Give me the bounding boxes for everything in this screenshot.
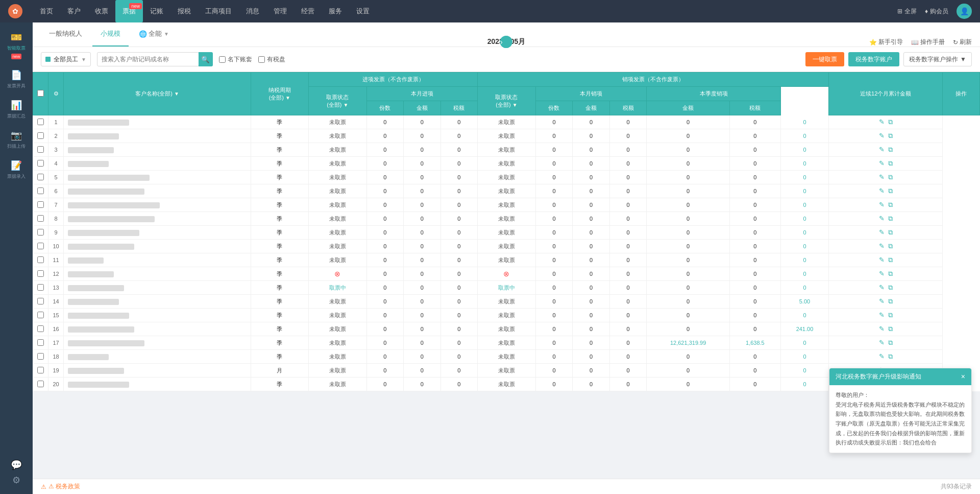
copy-icon[interactable]: ⧉ xyxy=(888,159,893,167)
row-checkbox[interactable] xyxy=(37,325,44,332)
row-checkbox[interactable] xyxy=(37,312,44,318)
copy-icon[interactable]: ⧉ xyxy=(888,297,893,305)
nav-accounting[interactable]: 记账 xyxy=(143,0,170,22)
tax-digital-account-btn[interactable]: 税务数字账户 xyxy=(848,52,899,66)
row-checkbox[interactable] xyxy=(37,187,44,194)
months12-link[interactable]: 0 xyxy=(803,133,806,139)
edit-icon[interactable]: ✎ xyxy=(879,297,885,305)
edit-icon[interactable]: ✎ xyxy=(879,284,885,291)
row-checkbox[interactable] xyxy=(37,381,44,387)
copy-icon[interactable]: ⧉ xyxy=(888,284,893,291)
sidebar-item-invoice-entry[interactable]: 📝 票据录入 xyxy=(0,155,33,185)
nav-commerce[interactable]: 工商项目 xyxy=(198,0,239,22)
months12-link[interactable]: 0 xyxy=(803,160,806,167)
edit-icon[interactable]: ✎ xyxy=(879,352,885,360)
row-checkbox[interactable] xyxy=(37,229,44,236)
nav-service[interactable]: 服务 xyxy=(322,0,349,22)
sidebar-item-scan-upload[interactable]: 📷 扫描上传 xyxy=(0,125,33,155)
row-checkbox[interactable] xyxy=(37,160,44,167)
tax-digital-ops-btn[interactable]: 税务数字账户操作 ▼ xyxy=(903,52,972,66)
ded-tax-link[interactable]: 1,638.5 xyxy=(746,340,765,346)
sidebar-item-invoice-open[interactable]: 📄 发票开具 xyxy=(0,64,33,95)
row-checkbox[interactable] xyxy=(37,201,44,208)
edit-icon[interactable]: ✎ xyxy=(879,228,885,236)
edit-icon[interactable]: ✎ xyxy=(879,339,885,346)
copy-icon[interactable]: ⧉ xyxy=(888,256,893,264)
copy-icon[interactable]: ⧉ xyxy=(888,187,893,195)
months12-link[interactable]: 0 xyxy=(803,340,806,346)
months12-link[interactable]: 0 xyxy=(803,202,806,208)
copy-icon[interactable]: ⧉ xyxy=(888,132,893,139)
tab-small-scale[interactable]: 小规模 xyxy=(92,22,129,46)
edit-icon[interactable]: ✎ xyxy=(879,173,885,181)
copy-icon[interactable]: ⧉ xyxy=(888,352,893,360)
select-all-checkbox[interactable] xyxy=(37,90,44,97)
edit-icon[interactable]: ✎ xyxy=(879,118,885,126)
months12-link[interactable]: 5.00 xyxy=(799,298,810,304)
nav-message[interactable]: 消息 xyxy=(239,0,266,22)
edit-icon[interactable]: ✎ xyxy=(879,311,885,319)
th-customer[interactable]: 客户名称(全部) ▼ xyxy=(64,73,251,115)
nav-home[interactable]: 首页 xyxy=(33,0,60,22)
notification-close-btn[interactable]: × xyxy=(961,372,965,381)
member-btn[interactable]: ♦ 购会员 xyxy=(925,7,948,16)
copy-icon[interactable]: ⧉ xyxy=(888,270,893,277)
edit-icon[interactable]: ✎ xyxy=(879,187,885,195)
row-checkbox[interactable] xyxy=(37,353,44,360)
copy-icon[interactable]: ⧉ xyxy=(888,201,893,208)
row-checkbox[interactable] xyxy=(37,174,44,180)
months12-link[interactable]: 0 xyxy=(803,257,806,263)
nav-manage[interactable]: 管理 xyxy=(266,0,294,22)
user-avatar[interactable]: 👤 xyxy=(957,4,972,19)
copy-icon[interactable]: ⧉ xyxy=(888,118,893,126)
months12-link[interactable]: 0 xyxy=(803,174,806,180)
months12-link[interactable]: 0 xyxy=(803,367,806,373)
copy-icon[interactable]: ⧉ xyxy=(888,146,893,153)
months12-link[interactable]: 241.00 xyxy=(796,326,814,332)
tab-all[interactable]: 🌐 全能 ▼ xyxy=(131,22,177,46)
copy-icon[interactable]: ⧉ xyxy=(888,325,893,333)
search-button[interactable]: 🔍 xyxy=(199,52,213,66)
months12-link[interactable]: 0 xyxy=(803,188,806,194)
edit-icon[interactable]: ✎ xyxy=(879,270,885,277)
copy-icon[interactable]: ⧉ xyxy=(888,339,893,346)
months12-link[interactable]: 0 xyxy=(803,147,806,153)
nav-invoice[interactable]: 票据 new xyxy=(115,0,143,22)
edit-icon[interactable]: ✎ xyxy=(879,201,885,208)
ded-amount-link[interactable]: 12,621,319.99 xyxy=(670,340,706,346)
edit-icon[interactable]: ✎ xyxy=(879,132,885,139)
nav-receive[interactable]: 收票 xyxy=(88,0,115,22)
copy-icon[interactable]: ⧉ xyxy=(888,173,893,181)
edit-icon[interactable]: ✎ xyxy=(879,325,885,333)
months12-link[interactable]: 0 xyxy=(803,229,806,236)
row-checkbox[interactable] xyxy=(37,270,44,277)
nav-settings[interactable]: 设置 xyxy=(349,0,377,22)
tax-policy-link[interactable]: ⚠ ⚠ 税务政策 xyxy=(41,482,80,491)
nav-tax[interactable]: 报税 xyxy=(170,0,198,22)
copy-icon[interactable]: ⧉ xyxy=(888,215,893,222)
nav-customer[interactable]: 客户 xyxy=(60,0,88,22)
edit-icon[interactable]: ✎ xyxy=(879,215,885,222)
subaccount-checkbox[interactable] xyxy=(219,56,226,63)
months12-link[interactable]: 0 xyxy=(803,285,806,291)
one-click-fetch-btn[interactable]: 一键取票 xyxy=(805,52,844,66)
sidebar-item-smart-fetch[interactable]: 🎫 智能取票 new xyxy=(0,27,33,64)
row-checkbox[interactable] xyxy=(37,146,44,153)
th-in-status[interactable]: 取票状态(全部) ▼ xyxy=(309,87,366,115)
months12-link[interactable]: 0 xyxy=(803,243,806,249)
months12-link[interactable]: 0 xyxy=(803,354,806,360)
employee-filter[interactable]: 全部员工 ▼ xyxy=(41,52,91,66)
edit-icon[interactable]: ✎ xyxy=(879,256,885,264)
sidebar-bottom-icon1[interactable]: 💬 xyxy=(11,459,22,471)
refresh-btn[interactable]: ↻ 刷新 xyxy=(953,38,972,46)
th-out-status[interactable]: 取票状态(全部) ▼ xyxy=(478,87,535,115)
sidebar-item-invoice-summary[interactable]: 📊 票据汇总 xyxy=(0,95,33,125)
row-checkbox[interactable] xyxy=(37,339,44,346)
row-checkbox[interactable] xyxy=(37,119,44,125)
search-input[interactable] xyxy=(102,56,183,63)
months12-link[interactable]: 0 xyxy=(803,381,806,387)
copy-icon[interactable]: ⧉ xyxy=(888,311,893,319)
nav-operations[interactable]: 经营 xyxy=(294,0,322,22)
fullscreen-btn[interactable]: ⊞ 全屏 xyxy=(897,7,917,16)
edit-icon[interactable]: ✎ xyxy=(879,146,885,153)
